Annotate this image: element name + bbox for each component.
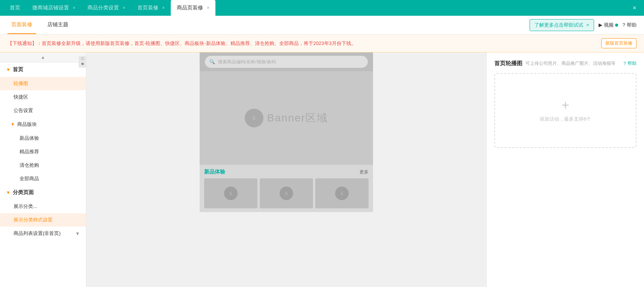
product-icon-1: 6 bbox=[224, 187, 238, 200]
arrow-down-icon-2: ▼ bbox=[11, 122, 15, 127]
preview-section-title: 新品体验 bbox=[204, 169, 225, 175]
question-circle-icon: ? bbox=[623, 61, 626, 66]
sidebar-item-category-style[interactable]: 展示分类样式设置 bbox=[0, 213, 86, 227]
tab-bar: 首页 微商城店铺设置 × 商品分类设置 × 首页装修 × 商品页装修 × × bbox=[0, 0, 644, 16]
tab-home[interactable]: 首页 bbox=[4, 0, 26, 16]
tab-product-decor[interactable]: 商品页装修 × bbox=[171, 0, 215, 16]
svg-text:6: 6 bbox=[253, 115, 255, 121]
tab-store-settings[interactable]: 微商城店铺设置 × bbox=[26, 0, 81, 16]
new-home-decor-button[interactable]: 新版首页装修 bbox=[601, 38, 636, 48]
help-banner: 了解更多点击帮助试试 × bbox=[530, 19, 594, 31]
add-banner-area[interactable]: + 添加活动，最多支持6个 bbox=[494, 73, 636, 148]
right-panel-subtitle: 可上传公司照片、商品推广图片、活动海报等 bbox=[525, 60, 615, 67]
question-icon: ? bbox=[623, 22, 625, 28]
sidebar-up-button[interactable]: ▲ bbox=[0, 52, 86, 63]
banner-text-label: Banner区域 bbox=[267, 111, 328, 125]
close-product-category-icon[interactable]: × bbox=[123, 5, 125, 10]
tab-product-category[interactable]: 商品分类设置 × bbox=[81, 0, 131, 16]
right-panel-header: 首页轮播图 可上传公司照片、商品推广图片、活动海报等 ? 帮助 bbox=[494, 60, 636, 67]
video-link[interactable]: ▶ 视频 bbox=[599, 22, 618, 28]
help-banner-close-icon[interactable]: × bbox=[586, 22, 589, 28]
product-icon-2: 6 bbox=[280, 187, 293, 200]
main-layout: ▲ « ▼ 首页 轮播图 快捷区 公告设置 ▼ 商品版块 新品体验 精品推荐 bbox=[0, 52, 644, 287]
sidebar-item-shortcuts[interactable]: 快捷区 bbox=[0, 90, 86, 104]
sidebar-item-clearance[interactable]: 清仓抢购 bbox=[0, 158, 86, 172]
sidebar-section-category[interactable]: ▼ 分类页面 bbox=[0, 185, 86, 200]
sidebar-item-show-category[interactable]: 展示分类... bbox=[0, 200, 86, 213]
right-panel: 首页轮播图 可上传公司照片、商品推广图片、活动海报等 ? 帮助 + 添加活动，最… bbox=[486, 52, 644, 287]
sidebar-item-carousel[interactable]: 轮播图 bbox=[0, 77, 86, 90]
preview-product-card-1: 6 bbox=[204, 178, 257, 208]
sidebar-item-all-products[interactable]: 全部商品 bbox=[0, 172, 86, 185]
dot-icon bbox=[615, 24, 618, 27]
preview-product-card-3: 6 bbox=[315, 178, 369, 208]
add-banner-label: 添加活动，最多支持6个 bbox=[540, 116, 591, 123]
sidebar-item-new-experience[interactable]: 新品体验 bbox=[0, 132, 86, 145]
notice-text: 【下线通知】：首页装修全新升级，请使用新版首页装修，首页-轮播图、快捷区、商品板… bbox=[8, 40, 597, 47]
svg-text:6: 6 bbox=[285, 191, 288, 196]
sub-tab-store-theme[interactable]: 店铺主题 bbox=[44, 16, 72, 34]
preview-phone: 🔍 搜索商品编码/名称/规格/条码 6 Banner区域 bbox=[200, 52, 373, 287]
preview-products-grid: 6 6 6 bbox=[204, 178, 369, 208]
video-icon: ▶ bbox=[599, 22, 602, 28]
preview-search-box: 🔍 搜索商品编码/名称/规格/条码 bbox=[205, 56, 368, 68]
sidebar-section-home[interactable]: ▼ 首页 bbox=[0, 63, 86, 77]
collapse-line-1 bbox=[81, 58, 84, 58]
help-banner-text: 了解更多点击帮助试试 bbox=[534, 22, 583, 28]
sidebar-section-product-block[interactable]: ▼ 商品版块 bbox=[0, 117, 86, 132]
close-home-decor-icon[interactable]: × bbox=[162, 5, 165, 10]
sub-tab-page-decor[interactable]: 页面装修 bbox=[8, 16, 36, 34]
preview-banner[interactable]: 6 Banner区域 bbox=[200, 71, 373, 165]
right-panel-title-group: 首页轮播图 可上传公司照片、商品推广图片、活动海报等 bbox=[494, 60, 615, 67]
sidebar: ▲ « ▼ 首页 轮播图 快捷区 公告设置 ▼ 商品版块 新品体验 精品推荐 bbox=[0, 52, 86, 287]
search-placeholder: 搜索商品编码/名称/规格/条码 bbox=[218, 59, 276, 65]
right-panel-help-button[interactable]: ? 帮助 bbox=[623, 60, 636, 67]
preview-product-card-2: 6 bbox=[260, 178, 313, 208]
sub-header-right: 了解更多点击帮助试试 × ▶ 视频 ? 帮助 bbox=[530, 19, 636, 31]
preview-search-bar: 🔍 搜索商品编码/名称/规格/条码 bbox=[200, 52, 373, 71]
add-plus-icon: + bbox=[561, 99, 569, 112]
chevron-down-icon: ▼ bbox=[75, 231, 80, 236]
sidebar-item-premium[interactable]: 精品推荐 bbox=[0, 145, 86, 158]
arrow-down-icon: ▼ bbox=[6, 67, 11, 72]
banner-logo: 6 Banner区域 bbox=[245, 109, 328, 127]
product-icon-3: 6 bbox=[335, 187, 349, 200]
close-product-decor-icon[interactable]: × bbox=[207, 5, 209, 10]
banner-logo-icon: 6 bbox=[245, 109, 263, 127]
sidebar-collapse-button[interactable]: « bbox=[79, 56, 86, 67]
help-link[interactable]: ? 帮助 bbox=[623, 22, 636, 28]
arrow-down-icon-3: ▼ bbox=[6, 190, 11, 195]
notice-bar: 【下线通知】：首页装修全新升级，请使用新版首页装修，首页-轮播图、快捷区、商品板… bbox=[0, 34, 644, 52]
svg-text:6: 6 bbox=[230, 191, 232, 196]
preview-product-section: 新品体验 更多 6 6 bbox=[200, 165, 373, 212]
preview-area: 🔍 搜索商品编码/名称/规格/条码 6 Banner区域 bbox=[86, 52, 486, 287]
preview-section-more: 更多 bbox=[360, 169, 369, 175]
tab-home-decor[interactable]: 首页装修 × bbox=[131, 0, 171, 16]
collapse-line-2 bbox=[81, 59, 84, 60]
svg-text:6: 6 bbox=[341, 191, 343, 196]
preview-section-header: 新品体验 更多 bbox=[204, 169, 369, 175]
sub-header: 页面装修 店铺主题 了解更多点击帮助试试 × ▶ 视频 ? 帮助 bbox=[0, 16, 644, 34]
sidebar-item-product-list-settings[interactable]: 商品列表设置(非首页) ▼ bbox=[0, 227, 86, 240]
sidebar-item-notice-settings[interactable]: 公告设置 bbox=[0, 104, 86, 117]
global-close-button[interactable]: × bbox=[629, 4, 640, 12]
close-store-settings-icon[interactable]: × bbox=[73, 5, 75, 10]
search-icon: 🔍 bbox=[209, 59, 215, 64]
right-panel-title: 首页轮播图 bbox=[494, 60, 522, 67]
